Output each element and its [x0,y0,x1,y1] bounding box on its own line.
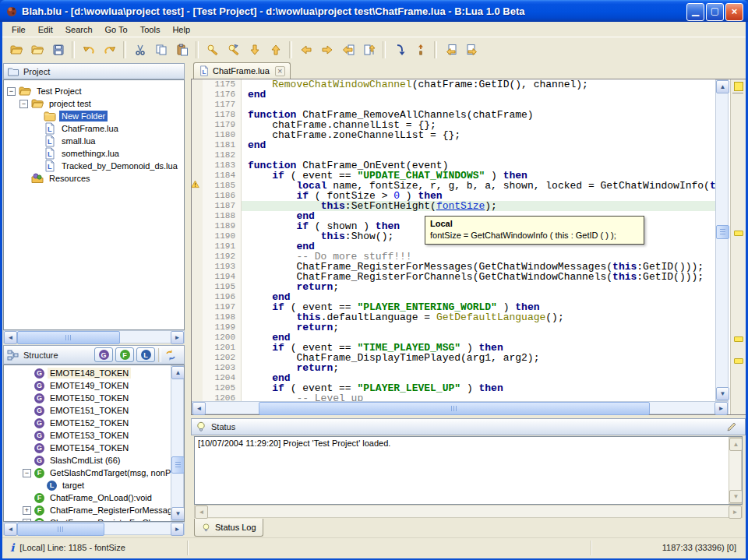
paste-button[interactable] [172,40,192,59]
code-text[interactable]: end [242,90,715,100]
structure-item[interactable]: GEMOTE151_TOKEN [4,404,172,417]
scroll-down-arrow[interactable]: ▼ [729,490,743,503]
project-tree-item[interactable]: Lsmall.lua [4,135,184,147]
code-editor[interactable]: 1175 RemoveChatWindowChannel(chatFrame:G… [191,79,746,415]
structure-item[interactable]: GEMOTE148_TOKEN [4,367,172,379]
menu-edit[interactable]: Edit [32,23,59,36]
structure-item[interactable]: +FChatFrame_RegisterForChannel [4,516,172,522]
save-button[interactable] [48,40,68,59]
status-vscrollbar[interactable]: ▲ ▼ [729,437,742,504]
menu-tools[interactable]: Tools [134,23,167,36]
tab-chatframe-lua[interactable]: L ChatFrame.lua × [193,62,291,79]
scroll-thumb[interactable] [259,402,650,415]
shift-left-button[interactable] [441,40,460,59]
scroll-thumb[interactable] [171,456,185,474]
project-tree-item[interactable]: LTracked_by_Demonoid_ds.lua [4,160,184,172]
project-tree-item[interactable]: −Test Project [4,85,184,97]
structure-item[interactable]: GEMOTE150_TOKEN [4,392,172,404]
shift-right-button[interactable] [462,40,482,59]
copy-button[interactable] [151,40,171,59]
scroll-thumb[interactable] [716,225,729,239]
scroll-left-arrow[interactable]: ◄ [4,331,17,344]
scroll-right-arrow[interactable]: ► [714,402,728,415]
maximize-button[interactable]: ▢ [706,3,724,21]
status-log-area[interactable]: [10/07/2004 11:29:20] Project 'Test Proj… [194,436,743,505]
open-file-button[interactable] [27,40,47,59]
collapse-icon[interactable]: − [19,100,28,108]
goto-last-edit-button[interactable] [338,40,358,59]
project-tree-hscrollbar[interactable]: ◄ ► [3,330,185,343]
close-button[interactable]: × [725,3,743,21]
status-panel-header[interactable]: Status [191,418,746,435]
structure-item[interactable]: Ltarget [4,479,172,491]
scroll-left-arrow[interactable]: ◄ [4,523,17,536]
previous-change-button[interactable] [411,40,430,59]
structure-item[interactable]: GSlashCmdList (66) [4,454,172,467]
scroll-right-arrow[interactable]: ► [171,331,184,344]
project-tree[interactable]: −Test Project−project testNew FolderLCha… [3,79,185,330]
menu-file[interactable]: File [5,23,32,36]
structure-panel-header[interactable]: Structure GFL [3,345,185,365]
warning-marker[interactable] [734,231,743,236]
project-tree-item[interactable]: Lsomethingx.lua [4,147,184,160]
status-hscrollbar[interactable]: ◄ ► [194,505,743,518]
nav-forward-button[interactable] [317,40,337,59]
structure-item[interactable]: −FGetSlashCmdTarget(msg, nonPla [4,467,172,479]
open-project-button[interactable] [6,40,26,59]
minimize-button[interactable]: ▁ [686,3,704,21]
project-panel-header[interactable]: Project [3,63,185,79]
filter-l-button[interactable]: L [136,347,155,362]
scroll-down-arrow[interactable]: ▼ [716,387,729,400]
menu-search[interactable]: Search [59,23,99,36]
filter-g-button[interactable]: G [94,347,113,362]
code-text[interactable]: return; [242,363,715,373]
scroll-right-arrow[interactable]: ► [171,523,184,536]
refresh-icon[interactable] [164,349,177,361]
scroll-thumb[interactable] [17,331,120,344]
overview-marker-bar[interactable] [730,79,746,414]
find-previous-button[interactable] [266,40,285,59]
structure-item[interactable]: GEMOTE149_TOKEN [4,379,172,392]
fontsize-link[interactable]: fontSize [436,200,485,212]
filter-f-button[interactable]: F [115,347,134,362]
overview-warning-button[interactable] [734,82,743,91]
find-replace-button[interactable] [224,40,243,59]
warning-marker[interactable] [734,336,743,342]
tab-status-log[interactable]: Status Log [194,519,263,537]
editor-hscrollbar[interactable]: ◄ ► [192,401,729,414]
scroll-right-arrow[interactable]: ► [729,505,742,519]
tab-close-icon[interactable]: × [275,66,285,76]
project-tree-item[interactable]: New Folder [4,110,184,122]
project-tree-item[interactable]: −project test [4,97,184,110]
code-text[interactable]: return; [242,282,715,292]
menu-go-to[interactable]: Go To [99,23,134,36]
code-text[interactable]: chatFrame.zoneChannelList = {}; [242,130,715,140]
editor-vscrollbar[interactable]: ▲ ▼ [715,79,729,401]
structure-hscrollbar[interactable]: ◄ ► [3,522,185,535]
menu-help[interactable]: Help [166,23,196,36]
scroll-thumb[interactable] [17,523,104,536]
code-text[interactable]: -- Level up [242,393,715,401]
nav-back-button[interactable] [296,40,316,59]
structure-list[interactable]: GEMOTE148_TOKENGEMOTE149_TOKENGEMOTE150_… [4,367,172,522]
title-bar[interactable]: Blah.blu - [d:\wowlua\project test] - [T… [0,0,748,22]
redo-button[interactable] [100,40,119,59]
goto-top-button[interactable] [359,40,379,59]
scroll-left-arrow[interactable]: ◄ [192,402,206,415]
warning-marker[interactable] [734,358,743,364]
code-text[interactable]: end [242,140,715,150]
find-button[interactable] [203,40,222,59]
structure-item[interactable]: +FChatFrame_RegisterForMessage [4,504,172,516]
next-change-button[interactable] [390,40,409,59]
structure-item[interactable]: GEMOTE153_TOKEN [4,429,172,442]
collapse-icon[interactable]: − [23,469,31,477]
structure-item[interactable]: GEMOTE154_TOKEN [4,442,172,454]
scroll-left-arrow[interactable]: ◄ [195,505,208,519]
code-text[interactable]: return; [242,322,715,333]
collapse-icon[interactable]: − [7,87,16,96]
structure-item[interactable]: FChatFrame_OnLoad():void [4,491,172,504]
scroll-up-arrow[interactable]: ▲ [171,366,185,379]
expand-icon[interactable]: + [23,506,31,515]
project-tree-item[interactable]: LChatFrame.lua [4,122,184,135]
structure-item[interactable]: GEMOTE152_TOKEN [4,417,172,429]
